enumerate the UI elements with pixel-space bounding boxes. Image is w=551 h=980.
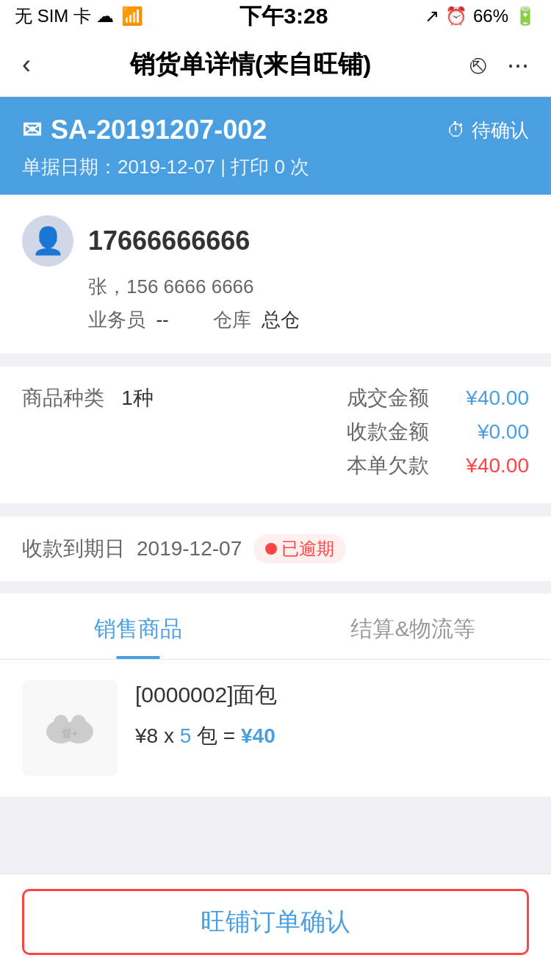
order-header-card: ✉ SA-20191207-002 ⏱ 待确认 单据日期：2019-12-07 … [0, 97, 551, 195]
warehouse-label: 仓库 总仓 [213, 307, 300, 333]
deal-amount-row: 成交金额 ¥40.00 [347, 384, 529, 412]
unit: 包 [197, 724, 217, 747]
summary-card: 商品种类 1种 成交金额 ¥40.00 收款金额 ¥0.00 本单欠款 ¥40.… [0, 366, 551, 504]
order-status-text: 待确认 [472, 118, 529, 143]
overdue-badge: 已逾期 [253, 534, 346, 563]
due-amount-label: 本单欠款 [347, 452, 429, 480]
wifi-icon: 📶 [121, 6, 143, 26]
equals: = [223, 724, 241, 747]
nav-actions: ⎋ ··· [470, 49, 529, 80]
nav-bar: ‹ 销货单详情(来自旺铺) ⎋ ··· [0, 32, 551, 97]
deal-amount-label: 成交金额 [347, 384, 429, 412]
order-number: ✉ SA-20191207-002 [22, 115, 267, 145]
order-icon: ✉ [22, 116, 42, 144]
customer-phone: 17666666666 [88, 226, 250, 256]
due-date-label: 收款到期日 [22, 535, 125, 563]
sales-value: -- [156, 309, 168, 331]
received-amount-value: ¥0.00 [441, 420, 529, 444]
tab-sales-products[interactable]: 销售商品 [0, 594, 276, 659]
due-date-card: 收款到期日 2019-12-07 已逾期 [0, 516, 551, 582]
avatar-icon: 👤 [32, 226, 65, 256]
product-type-label: 商品种类 [22, 386, 104, 409]
clock-icon: ⏱ [447, 119, 466, 142]
location-icon: ↗ [425, 6, 439, 26]
confirm-order-button[interactable]: 旺铺订单确认 [22, 889, 529, 955]
tabs-container: 销售商品 结算&物流等 督+ [0000002]面包 ¥8 x [0, 594, 551, 799]
product-name: [0000002]面包 [135, 680, 529, 710]
table-row: 督+ [0000002]面包 ¥8 x 5 包 = ¥40 [0, 660, 551, 797]
warehouse-value: 总仓 [262, 309, 300, 331]
tabs: 销售商品 结算&物流等 [0, 594, 551, 660]
customer-name: 张，156 6666 6666 [88, 274, 529, 300]
customer-card: 👤 17666666666 张，156 6666 6666 业务员 -- 仓库 … [0, 195, 551, 354]
avatar: 👤 [22, 215, 73, 267]
due-amount-value: ¥40.00 [441, 454, 529, 478]
sales-label: 业务员 -- [88, 307, 169, 333]
product-type-value: 1种 [121, 386, 154, 409]
product-list: 督+ [0000002]面包 ¥8 x 5 包 = ¥40 [0, 660, 551, 797]
status-time: 下午3:28 [240, 1, 328, 32]
order-status: ⏱ 待确认 [447, 118, 529, 143]
more-icon[interactable]: ··· [507, 49, 529, 80]
status-bar: 无 SIM 卡 ☁ 📶 下午3:28 ↗ ⏰ 66% 🔋 [0, 0, 551, 32]
sim-label: 无 SIM 卡 ☁ [15, 4, 114, 28]
battery-icon: 🔋 [514, 6, 536, 26]
quantity: 5 [180, 724, 192, 747]
page-title: 销货单详情(来自旺铺) [130, 48, 372, 82]
status-right: ↗ ⏰ 66% 🔋 [425, 6, 536, 26]
back-button[interactable]: ‹ [22, 49, 31, 80]
due-date-value: 2019-12-07 [137, 537, 242, 561]
price-separator: x [164, 724, 180, 747]
customer-meta: 业务员 -- 仓库 总仓 [88, 307, 529, 333]
order-number-text: SA-20191207-002 [51, 115, 267, 145]
svg-text:督+: 督+ [62, 727, 78, 739]
product-details: [0000002]面包 ¥8 x 5 包 = ¥40 [135, 680, 529, 776]
deal-amount-value: ¥40.00 [441, 386, 529, 410]
total-price: ¥40 [241, 724, 276, 747]
order-date: 单据日期：2019-12-07 | 打印 0 次 [22, 154, 529, 180]
tab-settlement-logistics[interactable]: 结算&物流等 [276, 594, 551, 659]
due-amount-row: 本单欠款 ¥40.00 [347, 452, 529, 480]
battery-label: 66% [473, 6, 508, 26]
received-amount-row: 收款金额 ¥0.00 [347, 418, 529, 446]
overdue-dot-icon [265, 543, 277, 555]
status-left: 无 SIM 卡 ☁ 📶 [15, 4, 143, 28]
product-type: 商品种类 1种 [22, 384, 154, 412]
received-amount-label: 收款金额 [347, 418, 429, 446]
share-icon[interactable]: ⎋ [470, 49, 486, 80]
product-price: ¥8 x 5 包 = ¥40 [135, 722, 529, 750]
alarm-icon: ⏰ [445, 6, 467, 26]
bottom-bar: 旺铺订单确认 [0, 873, 551, 980]
product-logo-icon: 督+ [40, 706, 99, 750]
unit-price: ¥8 [135, 724, 158, 747]
amounts-block: 成交金额 ¥40.00 收款金额 ¥0.00 本单欠款 ¥40.00 [347, 384, 529, 486]
product-thumbnail: 督+ [22, 680, 118, 776]
overdue-text: 已逾期 [281, 537, 334, 561]
